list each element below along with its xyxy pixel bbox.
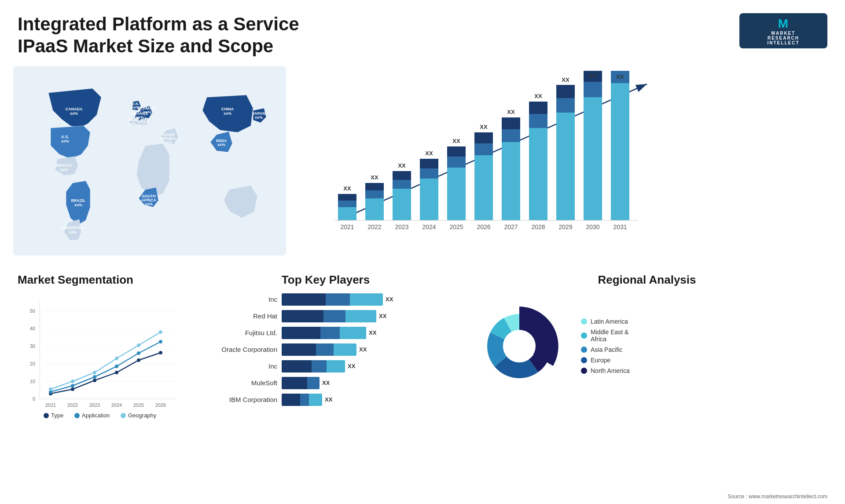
bar-seg3-inc1 [350,293,383,306]
player-bar-container-oracle: XX [282,343,445,356]
brazil-label: BRAZIL [71,198,86,203]
bar-seg1-oracle [282,343,316,356]
legend-dot-latam [581,318,587,325]
svg-text:40: 40 [30,326,35,331]
bar-2027-seg1 [502,117,520,129]
bar-seg2-ibm [300,394,309,406]
legend-label-europe: Europe [591,357,610,364]
bar-seg2-inc1 [326,293,350,306]
regional-legend: Latin America Middle East &Africa Asia P… [581,318,630,374]
source-text: Source : www.marketresearchintellect.com [727,493,827,500]
legend-type-label: Type [51,412,63,419]
bar-2024-seg3 [420,179,438,220]
year-2023: 2023 [395,223,408,230]
legend-type-dot [44,413,49,418]
geo-dot-5 [137,343,140,347]
year-2022: 2022 [367,223,381,230]
player-row-oracle: Oracle Corporation XX [207,343,445,356]
player-xx-oracle: XX [359,346,367,353]
players-title: Top Key Players [207,273,445,287]
bar-seg1-redhat [282,310,323,322]
legend-item-mea: Middle East &Africa [581,329,630,343]
donut-hole [503,330,536,362]
legend-item-northamerica: North America [581,367,630,374]
header: Integrated Platform as a Service IPaaS M… [0,0,845,66]
player-xx-fujitsu: XX [369,329,376,336]
player-bar-fujitsu [282,327,366,339]
year-2027: 2027 [504,223,518,230]
donut-chart [467,293,572,399]
mexico-label: MEXICO [56,163,72,168]
player-name-fujitsu: Fujitsu Ltd. [207,329,277,336]
player-name-ibm: IBM Corporation [207,396,277,403]
bar-2022-seg1 [365,183,384,190]
world-map: CANADA xx% U.S. xx% MEXICO xx% BRAZIL xx… [13,66,286,256]
bar-2021-seg1 [338,194,356,201]
bar-seg2-oracle [316,343,334,356]
player-bar-container-fujitsu: XX [282,327,445,339]
canada-label: CANADA [66,107,83,111]
japan-value: xx% [255,115,263,120]
type-dot-6 [159,351,162,354]
bar-2025-label: XX [452,138,460,144]
bar-2026-label: XX [480,124,488,130]
main-grid: CANADA xx% U.S. xx% MEXICO xx% BRAZIL xx… [0,66,845,436]
bar-seg1-inc2 [282,360,312,373]
bar-seg1-fujitsu [282,327,320,339]
geo-line [51,332,161,389]
players-section: Top Key Players Inc XX Red Hat [202,269,449,431]
china-value: xx% [224,111,231,116]
bar-2021-seg3 [338,207,356,220]
bar-2022-seg2 [365,190,384,198]
svg-text:0: 0 [33,396,35,402]
bar-2031-label: XX [616,73,624,80]
bar-2030-seg3 [584,97,602,220]
bar-2028-seg1 [529,102,547,114]
legend-item-apac: Asia Pacific [581,346,630,353]
player-bar-container-mulesoft: XX [282,377,445,389]
donut-svg [467,293,572,399]
app-dot-5 [137,351,140,355]
app-line [51,342,161,392]
regional-title: Regional Analysis [467,273,827,287]
legend-dot-northamerica [581,368,587,374]
bar-2026-seg2 [474,143,493,155]
bar-seg3-ibm [309,394,322,406]
player-xx-inc2: XX [348,363,355,369]
legend-geo-label: Geography [128,412,157,419]
player-name-mulesoft: MuleSoft [207,379,277,387]
legend-label-northamerica: North America [591,367,630,374]
year-2025: 2025 [449,223,463,230]
player-xx-mulesoft: XX [322,380,330,386]
bar-2028-seg3 [529,128,547,220]
bar-2029-seg2 [556,98,575,113]
player-row-fujitsu: Fujitsu Ltd. XX [207,327,445,339]
bar-2025-seg2 [447,157,466,168]
player-bar-oracle [282,343,356,356]
china-label: CHINA [221,107,234,111]
player-row-inc2: Inc XX [207,360,445,373]
bottom-grid: Market Segmentation 0 10 20 30 40 50 [13,264,832,436]
legend-app-dot [74,413,80,418]
bar-2027-label: XX [507,109,515,115]
player-name-oracle: Oracle Corporation [207,346,277,353]
bar-2027-seg2 [502,129,520,142]
player-xx-ibm: XX [325,396,332,403]
geo-dot-6 [159,330,162,334]
player-bar-redhat [282,310,376,322]
geo-dot-1 [49,387,52,391]
year-2028: 2028 [531,223,545,230]
bar-seg3-inc2 [327,360,345,373]
bar-2026-seg1 [474,132,493,143]
year-2024: 2024 [422,223,436,230]
bar-seg2-mulesoft [307,377,320,389]
player-name-inc1: Inc [207,296,277,303]
saudi-value: xx% [164,140,172,145]
india-value: xx% [217,142,225,147]
bar-2024-label: XX [425,150,433,157]
bar-2029-seg3 [556,113,575,220]
player-bar-ibm [282,394,322,406]
bar-2021-seg2 [338,201,356,207]
bar-seg2-inc2 [312,360,327,373]
year-2026: 2026 [477,223,490,230]
